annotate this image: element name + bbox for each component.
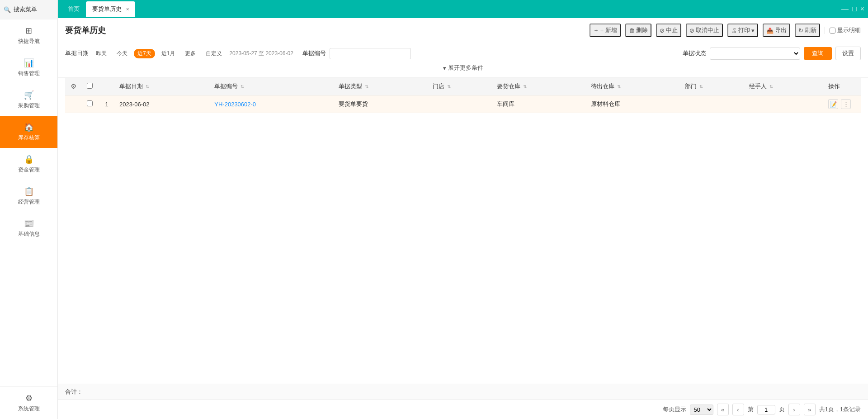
col-handler-header[interactable]: 经手人 ⇅ xyxy=(745,78,825,95)
query-button[interactable]: 查询 xyxy=(804,47,832,60)
tab-home[interactable]: 首页 xyxy=(61,1,86,17)
tab-requisition-history[interactable]: 要货单历史 × xyxy=(86,1,135,17)
sidebar-item-basic[interactable]: 📰 基础信息 xyxy=(0,212,57,244)
col-type-header[interactable]: 单据类型 ⇅ xyxy=(335,78,429,95)
store-sort-icon: ⇅ xyxy=(447,84,451,89)
delete-button[interactable]: 🗑 删除 xyxy=(625,24,651,37)
col-index xyxy=(98,78,116,95)
col-store-header[interactable]: 门店 ⇅ xyxy=(429,78,493,95)
table-row: 1 2023-06-02 YH-20230602-0 要货单要货 xyxy=(65,95,861,113)
stop-label: 中止 xyxy=(666,26,678,34)
row-checkbox-cell xyxy=(81,95,98,113)
date-filter-group: 单据日期 昨天 今天 近7天 近1月 更多 自定义 2023-05-27 至 2… xyxy=(65,49,293,58)
sidebar-item-label: 系统管理 xyxy=(18,405,40,413)
row-edit-button[interactable]: 📝 xyxy=(828,99,838,109)
prev-page-button[interactable]: ‹ xyxy=(732,404,744,415)
select-all-checkbox[interactable] xyxy=(87,83,93,89)
doc-number-filter-group: 单据编号 xyxy=(302,48,411,59)
doc-number-input[interactable] xyxy=(330,48,411,59)
first-page-button[interactable]: « xyxy=(717,404,729,415)
sum-label: 合计： xyxy=(65,388,83,395)
display-detail-toggle[interactable]: 显示明细 xyxy=(830,26,861,34)
date-btn-custom[interactable]: 自定义 xyxy=(202,49,226,58)
col-req-warehouse-header[interactable]: 要货仓库 ⇅ xyxy=(493,78,587,95)
page-content: 要货单历史 ＋ + 新增 🗑 删除 ⊘ 中止 ⊘ xyxy=(58,18,868,419)
tab-bar: 首页 要货单历史 × — □ × xyxy=(58,0,868,18)
inventory-icon: 🏠 xyxy=(24,122,34,132)
refresh-button[interactable]: ↻ 刷新 xyxy=(795,24,820,37)
settings-button[interactable]: 设置 xyxy=(835,47,861,60)
data-table: ⚙ 单据日期 ⇅ 单据编号 xyxy=(65,78,861,113)
date-btn-yesterday[interactable]: 昨天 xyxy=(92,49,110,58)
window-maximize-icon[interactable]: □ xyxy=(852,5,857,13)
stop-button[interactable]: ⊘ 中止 xyxy=(656,24,681,37)
row-number-link[interactable]: YH-20230602-0 xyxy=(214,101,256,108)
sidebar-item-inventory[interactable]: 🏠 库存核算 xyxy=(0,116,57,148)
sidebar-search[interactable]: 🔍 搜索菜单 xyxy=(0,0,57,19)
row-req-warehouse-cell: 车间库 xyxy=(493,95,587,113)
sidebar-item-operations[interactable]: 📋 经营管理 xyxy=(0,180,57,212)
row-index-cell: 1 xyxy=(98,95,116,113)
page-label: 第 xyxy=(748,405,754,414)
date-btn-7days[interactable]: 近7天 xyxy=(134,49,155,58)
refresh-icon: ↻ xyxy=(798,27,803,34)
row-more-button[interactable]: ⋮ xyxy=(841,99,851,109)
basic-icon: 📰 xyxy=(24,219,34,229)
department-sort-icon: ⇅ xyxy=(699,84,703,89)
system-icon: ⚙ xyxy=(25,393,33,403)
sidebar-item-sales[interactable]: 📊 销售管理 xyxy=(0,52,57,84)
window-minimize-icon[interactable]: — xyxy=(841,5,849,13)
sidebar-item-purchase[interactable]: 🛒 采购管理 xyxy=(0,84,57,116)
window-close-icon[interactable]: × xyxy=(860,5,864,13)
print-label: 打印 xyxy=(738,26,750,34)
last-page-button[interactable]: » xyxy=(804,404,816,415)
doc-status-select[interactable] xyxy=(710,48,800,60)
export-icon: 📤 xyxy=(766,27,774,34)
sidebar-item-system[interactable]: ⚙ 系统管理 xyxy=(0,386,57,419)
page-title: 要货单历史 xyxy=(65,25,106,36)
date-btn-today[interactable]: 今天 xyxy=(113,49,131,58)
page-number-input[interactable] xyxy=(757,405,775,414)
number-sort-icon: ⇅ xyxy=(241,84,244,89)
print-button[interactable]: 🖨 打印 ▾ xyxy=(727,24,758,37)
sidebar-item-quick-nav[interactable]: ⊞ 快捷导航 xyxy=(0,19,57,52)
sidebar: 🔍 搜索菜单 ⊞ 快捷导航 📊 销售管理 🛒 采购管理 🏠 库存核算 🔒 资金管… xyxy=(0,0,58,419)
finance-icon: 🔒 xyxy=(24,154,34,164)
tab-bar-right: — □ × xyxy=(841,5,864,13)
cancel-stop-icon: ⊘ xyxy=(689,27,694,34)
main-content: 首页 要货单历史 × — □ × 要货单历史 ＋ + 新增 xyxy=(58,0,868,419)
sidebar-item-finance[interactable]: 🔒 资金管理 xyxy=(0,148,57,180)
pending-warehouse-sort-icon: ⇅ xyxy=(617,84,621,89)
sidebar-item-label: 快捷导航 xyxy=(18,38,40,45)
doc-number-label: 单据编号 xyxy=(302,49,326,57)
handler-sort-icon: ⇅ xyxy=(769,84,773,89)
sidebar-search-label: 搜索菜单 xyxy=(14,5,37,14)
sidebar-item-label: 库存核算 xyxy=(18,134,40,142)
delete-label: 删除 xyxy=(636,26,648,34)
page-header: 要货单历史 ＋ + 新增 🗑 删除 ⊘ 中止 ⊘ xyxy=(58,18,868,41)
new-button[interactable]: ＋ + 新增 xyxy=(590,24,621,37)
print-dropdown-icon: ▾ xyxy=(751,27,755,34)
page-size-select[interactable]: 50 10 20 100 xyxy=(690,405,713,415)
col-department-header[interactable]: 部门 ⇅ xyxy=(681,78,745,95)
row-pending-warehouse-cell: 原材料仓库 xyxy=(587,95,681,113)
export-button[interactable]: 📤 导出 xyxy=(763,24,790,37)
date-btn-1month[interactable]: 近1月 xyxy=(158,49,179,58)
row-checkbox[interactable] xyxy=(87,100,93,106)
date-sort-icon: ⇅ xyxy=(146,84,149,89)
plus-icon: ＋ xyxy=(593,26,599,34)
tab-close-icon[interactable]: × xyxy=(126,6,129,12)
expand-more[interactable]: ▾ 展开更多条件 xyxy=(65,64,861,72)
display-detail-checkbox[interactable] xyxy=(830,28,835,33)
table-settings-icon[interactable]: ⚙ xyxy=(71,82,76,90)
row-settings-cell xyxy=(65,95,81,113)
cancel-stop-button[interactable]: ⊘ 取消中止 xyxy=(686,24,723,37)
col-pending-warehouse-header[interactable]: 待出仓库 ⇅ xyxy=(587,78,681,95)
delete-icon: 🗑 xyxy=(629,27,635,34)
col-date-header[interactable]: 单据日期 ⇅ xyxy=(116,78,211,95)
next-page-button[interactable]: › xyxy=(788,404,800,415)
doc-status-label: 单据状态 xyxy=(683,49,706,57)
sales-icon: 📊 xyxy=(24,58,34,68)
col-number-header[interactable]: 单据编号 ⇅ xyxy=(211,78,335,95)
date-btn-more[interactable]: 更多 xyxy=(181,49,199,58)
